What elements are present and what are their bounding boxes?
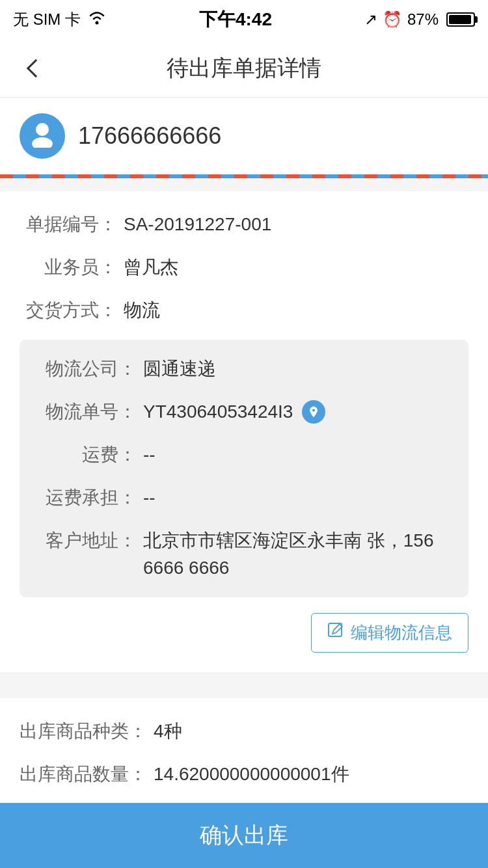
order-number-label: 单据编号：: [20, 211, 117, 238]
wifi-icon: [87, 10, 107, 29]
goods-type-label: 出库商品种类：: [20, 718, 147, 745]
page-title: 待出库单据详情: [167, 53, 321, 83]
salesman-row: 业务员： 曾凡杰: [20, 254, 468, 281]
logistics-company-value: 圆通速递: [143, 355, 449, 383]
alarm-icon: ⏰: [383, 10, 402, 29]
goods-quantity-label: 出库商品数量：: [20, 761, 147, 788]
freight-bear-value: --: [143, 484, 449, 511]
status-bar: 无 SIM 卡 下午4:42 ↗ ⏰ 87%: [0, 0, 488, 39]
order-number-row: 单据编号： SA-20191227-001: [20, 211, 468, 238]
nav-bar: 待出库单据详情: [0, 39, 488, 98]
edit-btn-label: 编辑物流信息: [351, 621, 452, 644]
goods-quantity-value: 14.620000000000001件: [154, 761, 468, 788]
location-pin-icon[interactable]: [302, 400, 325, 424]
status-right: ↗ ⏰ 87%: [364, 10, 475, 29]
back-button[interactable]: [20, 52, 52, 85]
customer-header: 17666666666: [0, 98, 488, 174]
svg-point-2: [32, 137, 53, 148]
salesman-label: 业务员：: [20, 254, 117, 281]
edit-logistics-button[interactable]: 编辑物流信息: [311, 613, 468, 653]
delivery-label: 交货方式：: [20, 297, 117, 324]
freight-row: 运费： --: [39, 441, 449, 468]
order-info-section: 单据编号： SA-20191227-001 业务员： 曾凡杰 交货方式： 物流 …: [0, 191, 488, 672]
avatar: [20, 113, 65, 159]
order-number-value: SA-20191227-001: [124, 211, 468, 238]
status-time: 下午4:42: [199, 7, 272, 32]
svg-point-1: [36, 123, 49, 136]
delivery-row: 交货方式： 物流: [20, 297, 468, 324]
logistics-tracking-value: YT43064053424I3: [143, 398, 449, 426]
freight-label: 运费：: [39, 441, 137, 468]
logistics-tracking-label: 物流单号：: [39, 398, 137, 426]
user-icon: [28, 119, 57, 154]
goods-quantity-row: 出库商品数量： 14.620000000000001件: [20, 761, 468, 788]
freight-bear-row: 运费承担： --: [39, 484, 449, 511]
delivery-value: 物流: [124, 297, 468, 324]
customer-phone: 17666666666: [78, 122, 221, 150]
address-value: 北京市市辖区海淀区永丰南 张，156 6666 6666: [143, 527, 449, 582]
back-arrow-icon: [27, 59, 45, 77]
logistics-section: 物流公司： 圆通速递 物流单号： YT43064053424I3 运费： -- …: [20, 340, 468, 597]
goods-type-row: 出库商品种类： 4种: [20, 718, 468, 745]
status-left: 无 SIM 卡: [13, 9, 107, 30]
address-label: 客户地址：: [39, 527, 137, 554]
freight-value: --: [143, 441, 449, 468]
battery-percent: 87%: [407, 10, 439, 29]
confirm-btn-label: 确认出库: [200, 821, 288, 850]
svg-point-0: [96, 21, 99, 25]
salesman-value: 曾凡杰: [124, 254, 468, 281]
edit-btn-row: 编辑物流信息: [20, 613, 468, 653]
carrier-text: 无 SIM 卡: [13, 9, 81, 30]
logistics-company-label: 物流公司：: [39, 355, 137, 383]
section-gap: [0, 672, 488, 685]
battery-icon: [446, 12, 475, 27]
dashed-divider: [0, 174, 488, 178]
logistics-tracking-row: 物流单号： YT43064053424I3: [39, 398, 449, 426]
location-icon: ↗: [364, 10, 377, 29]
confirm-outbound-button[interactable]: 确认出库: [0, 803, 488, 868]
logistics-company-row: 物流公司： 圆通速递: [39, 355, 449, 383]
address-row: 客户地址： 北京市市辖区海淀区永丰南 张，156 6666 6666: [39, 527, 449, 582]
freight-bear-label: 运费承担：: [39, 484, 137, 511]
goods-type-value: 4种: [154, 718, 468, 745]
edit-icon: [327, 622, 344, 644]
